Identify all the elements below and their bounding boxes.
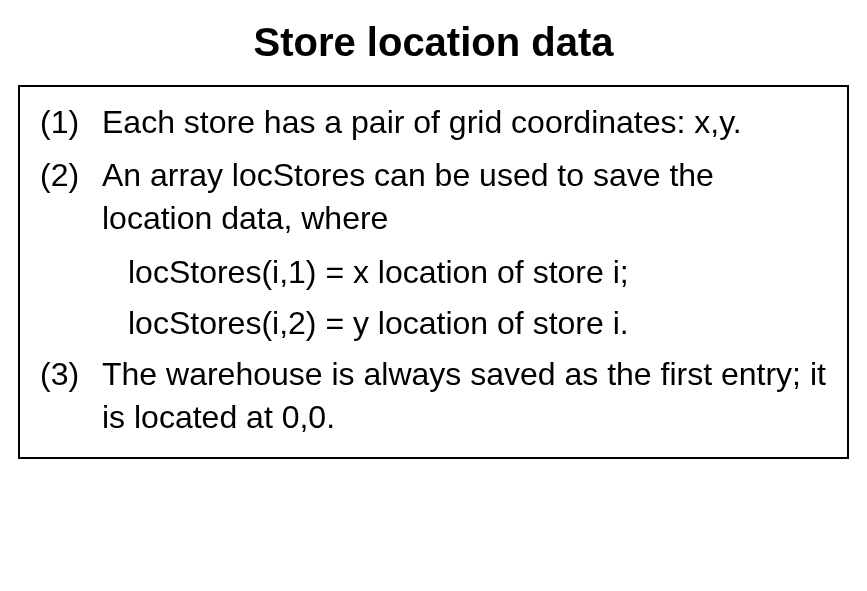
item-text: The warehouse is always saved as the fir…	[102, 353, 827, 439]
page-title: Store location data	[18, 20, 849, 65]
item-number: (3)	[40, 353, 102, 439]
list-item: (1) Each store has a pair of grid coordi…	[40, 101, 827, 144]
item-number: (2)	[40, 154, 102, 240]
list-item: (2) An array locStores can be used to sa…	[40, 154, 827, 240]
content-box: (1) Each store has a pair of grid coordi…	[18, 85, 849, 459]
item-text: Each store has a pair of grid coordinate…	[102, 101, 827, 144]
list-item: (3) The warehouse is always saved as the…	[40, 353, 827, 439]
sub-item: locStores(i,2) = y location of store i.	[128, 302, 827, 345]
item-number: (1)	[40, 101, 102, 144]
sub-item: locStores(i,1) = x location of store i;	[128, 251, 827, 294]
item-text: An array locStores can be used to save t…	[102, 154, 827, 240]
